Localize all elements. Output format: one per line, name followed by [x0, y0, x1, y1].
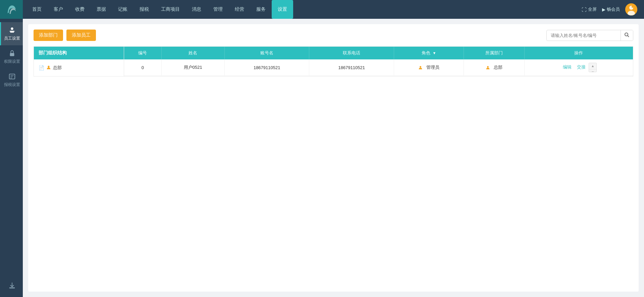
cell-phone: 18679110521: [309, 59, 394, 76]
role-user-icon: [418, 65, 425, 70]
svg-point-4: [11, 28, 13, 30]
tax-icon: [8, 72, 16, 81]
dept-tree-item-headquarters[interactable]: 📄 总部: [37, 63, 120, 73]
svg-rect-9: [9, 74, 15, 79]
file-icon: 📄: [39, 65, 44, 70]
top-navigation: 首页 客户 收费 票据 记账 报税 工商项目 消息 管理 经营 服务 设置 ⛶ …: [0, 0, 644, 19]
search-input[interactable]: [547, 31, 621, 40]
dept-user-icon: [46, 65, 51, 71]
svg-point-14: [625, 33, 628, 36]
svg-rect-6: [10, 32, 14, 33]
dept-tree-header: 部门组织结构: [34, 47, 124, 59]
lock-icon: [8, 49, 16, 57]
svg-point-17: [420, 66, 421, 68]
person-icon: [8, 26, 16, 34]
add-employee-button[interactable]: 添加员工: [66, 30, 96, 41]
nav-service[interactable]: 服务: [250, 0, 272, 19]
nav-fee[interactable]: 收费: [69, 0, 91, 19]
scroll-down-button[interactable]: ▼: [589, 69, 596, 72]
search-box: [546, 30, 633, 41]
toolbar-left: 添加部门 添加员工: [34, 30, 96, 41]
dept-tree: 部门组织结构 📄 总部: [34, 46, 124, 77]
scroll-control[interactable]: ▲ ▼: [589, 63, 597, 72]
search-icon: [624, 32, 630, 38]
dept-item-label: 总部: [53, 65, 62, 71]
sidebar: 员工设置 权限设置 报税设置: [0, 19, 23, 297]
col-phone: 联系电话: [309, 47, 394, 59]
content-card: 添加部门 添加员工 部门组织结构 📄: [28, 24, 639, 292]
nav-settings[interactable]: 设置: [272, 0, 293, 19]
table-body: 0 用户0521 18679110521 18679110521: [124, 59, 633, 76]
layout: 部门组织结构 📄 总部: [34, 46, 633, 77]
nav-bookkeeping[interactable]: 记账: [112, 0, 133, 19]
svg-rect-5: [9, 31, 14, 32]
cell-id: 0: [124, 59, 161, 76]
col-actions: 操作: [524, 47, 633, 59]
nav-items: 首页 客户 收费 票据 记账 报税 工商项目 消息 管理 经营 服务 设置: [23, 0, 582, 19]
col-account: 账号名: [224, 47, 309, 59]
svg-rect-13: [9, 288, 15, 289]
nav-customer[interactable]: 客户: [48, 0, 69, 19]
logo[interactable]: [0, 0, 23, 19]
cell-actions: 编辑 交接 ▲ ▼: [524, 59, 633, 76]
toolbar: 添加部门 添加员工: [34, 30, 633, 41]
search-button[interactable]: [621, 30, 633, 41]
transfer-link[interactable]: 交接: [577, 64, 586, 69]
cell-name: 用户0521: [161, 59, 224, 76]
svg-point-8: [11, 54, 12, 55]
col-id: 编号: [124, 47, 161, 59]
add-dept-button[interactable]: 添加部门: [34, 30, 63, 41]
cell-dept: 总部: [464, 59, 525, 76]
col-name: 姓名: [161, 47, 224, 59]
cell-account: 18679110521: [224, 59, 309, 76]
sidebar-item-permission[interactable]: 权限设置: [0, 45, 23, 68]
employee-table: 编号 姓名 账号名 联系电话 角色 ▼ 所属部门 操作: [124, 47, 633, 76]
svg-point-18: [487, 66, 489, 68]
nav-invoice[interactable]: 票据: [91, 0, 112, 19]
nav-manage[interactable]: 管理: [207, 0, 229, 19]
svg-point-16: [48, 65, 49, 67]
scroll-up-button[interactable]: ▲: [589, 63, 596, 69]
filter-icon: ▼: [433, 51, 436, 55]
nav-message[interactable]: 消息: [186, 0, 207, 19]
sidebar-download[interactable]: [0, 278, 23, 294]
dept-tree-body: 📄 总部: [34, 59, 124, 76]
dept-user-icon: [486, 65, 492, 70]
avatar[interactable]: [625, 3, 637, 15]
table-row: 0 用户0521 18679110521 18679110521: [124, 59, 633, 76]
main-content: 添加部门 添加员工 部门组织结构 📄: [23, 19, 644, 297]
nav-business[interactable]: 工商项目: [155, 0, 186, 19]
edit-link[interactable]: 编辑: [563, 64, 572, 69]
svg-line-15: [628, 36, 629, 37]
nav-tax[interactable]: 报税: [133, 0, 155, 19]
col-role[interactable]: 角色 ▼: [394, 47, 464, 59]
vip-button[interactable]: ▶ 畅会员: [602, 6, 620, 12]
fullscreen-button[interactable]: ⛶ 全屏: [582, 6, 597, 12]
download-icon: [8, 282, 16, 290]
sidebar-item-taxsettings[interactable]: 报税设置: [0, 68, 23, 92]
sidebar-item-employee[interactable]: 员工设置: [0, 22, 23, 45]
cell-role: 管理员: [394, 59, 464, 76]
employee-table-wrap: 编号 姓名 账号名 联系电话 角色 ▼ 所属部门 操作: [124, 46, 633, 77]
logo-icon: [5, 3, 18, 16]
nav-operation[interactable]: 经营: [229, 0, 250, 19]
nav-right: ⛶ 全屏 ▶ 畅会员: [582, 3, 644, 15]
table-header-row: 编号 姓名 账号名 联系电话 角色 ▼ 所属部门 操作: [124, 47, 633, 59]
col-dept: 所属部门: [464, 47, 525, 59]
nav-home[interactable]: 首页: [26, 0, 48, 19]
